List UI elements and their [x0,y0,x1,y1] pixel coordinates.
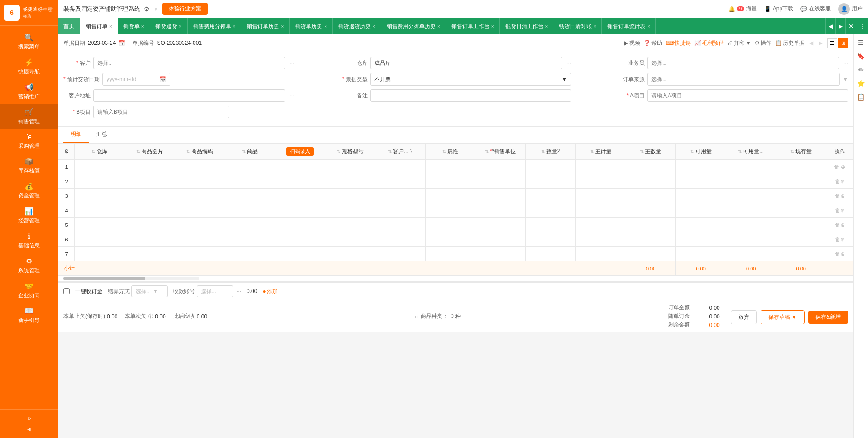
delete-row-btn[interactable]: 🗑 [835,207,840,214]
tab-close-icon[interactable]: × [141,24,144,29]
staff-dots-btn[interactable]: ··· [844,60,848,66]
sidebar-item-guide[interactable]: 📖 新手引导 [0,303,58,328]
delete-row-btn[interactable]: 🗑 [835,178,840,185]
b-project-input[interactable] [93,106,229,118]
tab-close-icon[interactable]: × [281,24,284,29]
sidebar-collapse-btn[interactable]: ◀ [0,424,58,434]
sidebar-item-finance[interactable]: 💰 资金管理 [0,178,58,203]
tab-order-workbench[interactable]: 销售订单工作台 × [446,18,500,34]
sidebar-item-sales[interactable]: 🛒 销售管理 [0,104,58,129]
rs-menu-btn[interactable]: ☰ [855,36,868,49]
copy-row-btn[interactable]: ⊕ [841,164,845,170]
th-attr[interactable]: ⇅ 属性 [425,144,475,160]
row-avail[interactable] [676,160,726,174]
sidebar-item-system[interactable]: ⚙ 系统管理 [0,253,58,278]
sidebar-item-basics[interactable]: ℹ 基础信息 [0,228,58,253]
shortcuts-link[interactable]: ⌨ 快捷键 [666,39,691,47]
th-avail[interactable]: ⇅ 可用量 [676,144,726,160]
tab-stats[interactable]: 销售订单统计表 × [602,18,656,34]
tab-close-icon[interactable]: × [437,24,440,29]
th-main-qty[interactable]: ⇅ 主数量 [626,144,676,160]
copy-row-btn[interactable]: ⊕ [840,251,845,257]
sidebar-item-operations[interactable]: 📊 经营管理 [0,203,58,228]
delete-row-btn[interactable]: 🗑 [835,236,840,243]
address-dots-btn[interactable]: ··· [290,92,294,99]
user-btn[interactable]: 👤 用户 [838,3,863,15]
warehouse-dots-btn[interactable]: ··· [567,60,571,66]
payment-method-select[interactable]: 选择... ▼ [131,285,168,297]
tab-sales-order[interactable]: 销售订单 × [80,18,118,34]
tab-close-icon[interactable]: × [373,24,375,29]
horizontal-scrollbar[interactable] [63,277,199,280]
tab-close-icon[interactable]: × [545,24,548,29]
th-image[interactable]: ⇅ 商品图片 [125,144,175,160]
row-unit[interactable] [475,160,526,174]
row-attr[interactable] [425,160,475,174]
invoice-select[interactable]: 不开票 ▼ [370,73,571,86]
operations-link[interactable]: ⚙ 操作 [755,39,771,47]
tab-summary[interactable]: 汇总 [89,127,114,143]
th-qty2[interactable]: ⇅ 数量2 [525,144,576,160]
save-draft-btn[interactable]: 保存草稿 ▼ [761,310,805,324]
add-payment-btn[interactable]: ● 添加 [262,288,277,295]
copy-row-btn[interactable]: ⊕ [840,178,845,185]
row-spec[interactable] [325,160,375,174]
sidebar-item-quick[interactable]: ⚡ 快捷导航 [0,54,58,79]
tab-sales-expense[interactable]: 销售费用分摊单 × [188,18,242,34]
tab-sales-return[interactable]: 销货退货 × [150,18,188,34]
th-settings[interactable]: ⚙ [58,144,75,160]
th-spec[interactable]: ⇅ 规格型号 [325,144,375,160]
copy-row-btn[interactable]: ⊕ [840,236,845,243]
address-input[interactable] [93,89,285,102]
tab-close-icon[interactable]: × [233,24,236,29]
sidebar-item-marketing[interactable]: 📢 营销推广 [0,79,58,104]
rs-star-btn[interactable]: ⭐ [855,77,868,90]
rs-clipboard-btn[interactable]: 📋 [855,91,868,103]
view-link[interactable]: ▶ 视频 [624,39,640,47]
rs-edit-btn[interactable]: ✏ [855,63,868,76]
tab-sales-invoice[interactable]: 销货单 × [118,18,150,34]
th-avail2[interactable]: ⇅ 可用量... [726,144,776,160]
tab-close-icon[interactable]: × [647,24,650,29]
history-link[interactable]: 📋 历史单据 [775,39,805,47]
row-product[interactable] [225,160,275,174]
copy-row-btn[interactable]: ⊕ [840,193,845,199]
help-link[interactable]: ❓ 帮助 [644,39,662,47]
row-image[interactable] [125,160,175,174]
online-service-btn[interactable]: 💬 在线客服 [800,5,831,13]
tab-expense-history[interactable]: 销售费用分摊单历史 × [381,18,446,34]
settings-icon[interactable]: ⚙ [144,5,150,13]
delete-row-btn[interactable]: 🗑 [835,193,840,199]
row-scan[interactable] [275,160,325,174]
tab-home[interactable]: 首页 [58,18,80,34]
row-code[interactable] [175,160,225,174]
notification-btn[interactable]: 🔔 9 海量 [728,5,757,13]
staff-input[interactable] [647,57,839,69]
print-link[interactable]: 🖨 打印 ▼ [727,39,751,47]
rs-bookmark-btn[interactable]: 🔖 [855,50,868,63]
delete-row-btn[interactable]: 🗑 [835,222,840,228]
tab-close-icon[interactable]: × [109,24,112,29]
th-unit[interactable]: ⇅ **销售单位 [475,144,526,160]
grid-view-btn[interactable]: ⊞ [838,38,848,48]
th-code[interactable]: ⇅ 商品编码 [175,144,225,160]
row-customer-code[interactable] [375,160,426,174]
row-warehouse[interactable] [75,160,125,174]
th-warehouse[interactable]: ⇅ 仓库 [75,144,125,160]
tab-close-icon[interactable]: × [593,24,596,29]
account-dots-btn[interactable]: ··· [237,288,241,294]
delete-row-btn[interactable]: 🗑 [835,251,840,257]
note-input[interactable] [370,89,571,102]
account-select[interactable]: 选择... [197,285,233,297]
sidebar-item-search[interactable]: 🔍 搜索菜单 [0,29,58,54]
tab-reconciliation[interactable]: 钱货日清对账 × [553,18,602,34]
customer-input[interactable] [93,57,285,69]
row-main-qty[interactable] [626,160,676,174]
delete-row-btn[interactable]: 🗑 [834,164,839,170]
delivery-date-input[interactable]: yyyy-mm-dd 📅 [102,73,170,86]
nav-more-btn[interactable]: ⋮ [857,18,868,34]
sidebar-item-purchase[interactable]: 🛍 采购管理 [0,129,58,154]
tab-daily-workbench[interactable]: 钱货日清工作台 × [500,18,554,34]
row-current[interactable] [776,160,826,174]
discard-btn[interactable]: 放弃 [731,310,757,324]
